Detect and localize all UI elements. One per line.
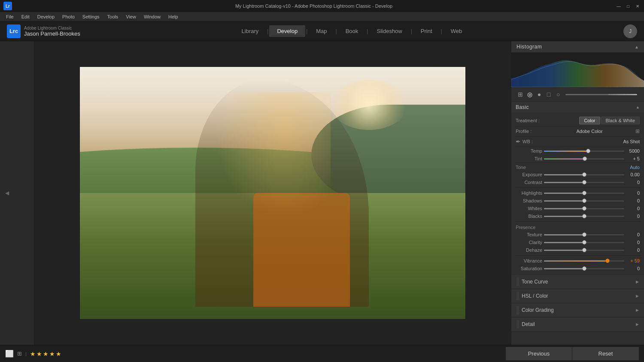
clarity-thumb[interactable] — [582, 240, 586, 244]
treatment-label: Treatment : — [516, 118, 544, 123]
tone-curve-section[interactable]: Tone Curve ▶ — [511, 275, 644, 289]
maximize-button[interactable]: □ — [625, 3, 631, 9]
star-1[interactable]: ★ — [30, 350, 36, 357]
basic-section-header[interactable]: Basic ▲ — [511, 102, 644, 112]
wb-label: WB : — [522, 139, 533, 144]
left-panel: ◀ — [0, 41, 34, 345]
highlights-track[interactable] — [544, 193, 624, 194]
menu-edit[interactable]: Edit — [18, 13, 33, 20]
user-avatar[interactable]: J — [623, 24, 637, 38]
saturation-value: 0 — [626, 266, 640, 271]
vibrance-thumb[interactable] — [605, 259, 610, 263]
shadows-thumb[interactable] — [582, 199, 586, 203]
profile-value[interactable]: Adobe Color — [576, 129, 602, 134]
tone-subsection: Tone Auto — [515, 163, 641, 171]
menu-settings[interactable]: Settings — [79, 13, 103, 20]
whites-thumb[interactable] — [582, 206, 586, 211]
tab-library[interactable]: Library — [234, 25, 267, 37]
star-4[interactable]: ★ — [49, 350, 55, 357]
tab-web[interactable]: Web — [443, 25, 470, 37]
temp-track[interactable] — [544, 151, 624, 152]
color-grading-section[interactable]: Color Grading ▶ — [511, 303, 644, 317]
tab-slideshow[interactable]: Slideshow — [369, 25, 410, 37]
hsl-color-title: HSL / Color — [522, 293, 548, 299]
contrast-thumb[interactable] — [582, 180, 586, 184]
blacks-thumb[interactable] — [582, 214, 586, 218]
menu-help[interactable]: Help — [165, 13, 182, 20]
app-name-label: Adobe Lightroom Classic — [24, 26, 80, 30]
histogram-title: Histogram — [516, 44, 542, 50]
circle-tool-icon[interactable]: ◎ — [525, 90, 535, 99]
shadows-slider-row: Shadows 0 — [515, 197, 641, 205]
temp-value: 5000 — [626, 148, 640, 154]
square-tool-icon[interactable]: □ — [544, 90, 553, 99]
treatment-bw-btn[interactable]: Black & White — [601, 117, 640, 124]
texture-track[interactable] — [544, 234, 624, 235]
grid-tool-icon[interactable]: ⊞ — [516, 90, 525, 99]
clarity-track[interactable] — [544, 242, 624, 243]
histogram-header[interactable]: Histogram ▲ — [511, 41, 644, 53]
presence-label: Presence — [516, 225, 535, 230]
target-tool-icon[interactable]: ● — [535, 90, 544, 99]
detail-section[interactable]: Detail ▶ — [511, 317, 644, 332]
tool-slider[interactable] — [565, 94, 637, 95]
clarity-slider-row: Clarity 0 — [515, 238, 641, 246]
main-area: ◀ — [0, 41, 644, 345]
menu-photo[interactable]: Photo — [59, 13, 78, 20]
menu-tools[interactable]: Tools — [104, 13, 122, 20]
whites-track[interactable] — [544, 208, 624, 209]
highlights-thumb[interactable] — [582, 191, 586, 195]
tab-book[interactable]: Book — [338, 25, 366, 37]
tint-thumb[interactable] — [583, 157, 587, 161]
left-panel-toggle[interactable]: ◀ — [5, 190, 9, 196]
reset-button[interactable]: Reset — [572, 347, 639, 360]
contrast-track[interactable] — [544, 182, 624, 183]
menu-develop[interactable]: Develop — [34, 13, 58, 20]
profile-grid-icon[interactable]: ⊞ — [635, 128, 640, 134]
circle2-tool-icon[interactable]: ○ — [553, 90, 563, 99]
treatment-row: Treatment : Color Black & White — [515, 115, 641, 127]
menu-file[interactable]: File — [3, 13, 17, 20]
exposure-thumb[interactable] — [582, 172, 586, 177]
star-2[interactable]: ★ — [36, 350, 42, 357]
grid-view-btn[interactable]: ⊞ — [17, 350, 22, 357]
bottom-toolbar: ⬜ ⊞ | ★ ★ ★ ★ ★ Previous Reset — [0, 345, 644, 362]
vibrance-slider-row: Vibrance + 59 — [515, 257, 641, 265]
vibrance-track[interactable] — [544, 260, 624, 262]
tab-develop[interactable]: Develop — [269, 25, 305, 37]
temp-slider-row: Temp 5000 — [515, 147, 641, 155]
basic-section-title: Basic — [516, 104, 529, 110]
tint-track[interactable] — [544, 158, 624, 160]
menu-view[interactable]: View — [122, 13, 140, 20]
star-3[interactable]: ★ — [43, 350, 49, 357]
minimize-button[interactable]: — — [616, 3, 622, 9]
menu-window[interactable]: Window — [140, 13, 164, 20]
dehaze-label: Dehaze — [516, 247, 542, 253]
single-view-btn[interactable]: ⬜ — [5, 350, 14, 358]
exposure-track[interactable] — [544, 174, 624, 175]
app-logo: Lrc Adobe Lightroom Classic Jason Parnel… — [7, 24, 80, 38]
texture-thumb[interactable] — [582, 232, 586, 237]
bottom-actions: Previous Reset — [506, 347, 639, 360]
temp-thumb[interactable] — [586, 149, 590, 153]
tab-map[interactable]: Map — [308, 25, 334, 37]
tone-auto-btn[interactable]: Auto — [630, 165, 640, 170]
shadows-track[interactable] — [544, 200, 624, 202]
hsl-color-section[interactable]: HSL / Color ▶ — [511, 289, 644, 303]
blacks-track[interactable] — [544, 216, 624, 217]
wb-value[interactable]: As Shot — [623, 139, 640, 144]
saturation-thumb[interactable] — [582, 266, 586, 271]
eyedropper-icon[interactable]: ✒ — [516, 138, 521, 145]
dehaze-track[interactable] — [544, 250, 624, 251]
previous-button[interactable]: Previous — [506, 347, 572, 360]
exposure-label: Exposure — [516, 172, 542, 177]
user-name-label: Jason Parnell-Brookes — [24, 30, 80, 37]
dehaze-thumb[interactable] — [582, 248, 586, 252]
highlights-value: 0 — [626, 190, 640, 196]
treatment-color-btn[interactable]: Color — [579, 117, 600, 124]
close-button[interactable]: ✕ — [635, 3, 641, 9]
star-5[interactable]: ★ — [56, 350, 61, 357]
saturation-track[interactable] — [544, 268, 624, 269]
tint-slider-row: Tint + 5 — [515, 155, 641, 163]
tab-print[interactable]: Print — [413, 25, 440, 37]
